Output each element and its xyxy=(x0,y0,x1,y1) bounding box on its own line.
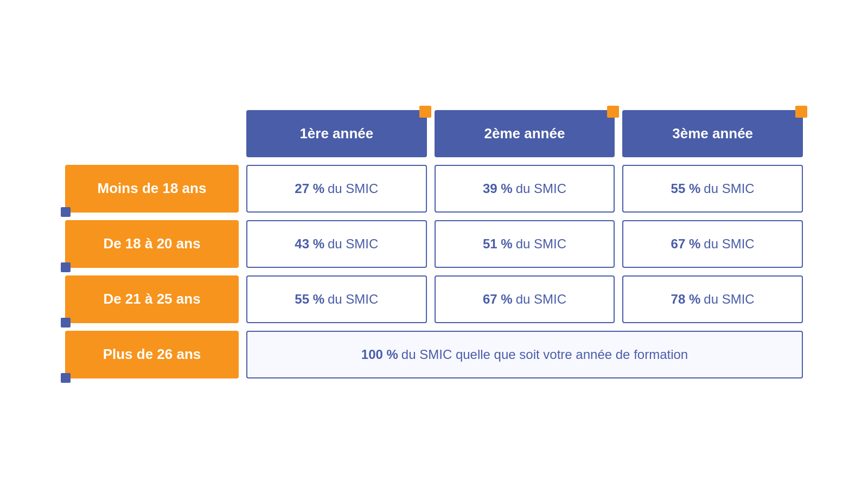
age-label-row3: De 21 à 25 ans xyxy=(65,275,239,323)
main-grid: 1ère année 2ème année 3ème année Moins d… xyxy=(65,110,803,378)
data-row2-col3: 67 % du SMIC xyxy=(622,220,803,268)
data-row2-col1: 43 % du SMIC xyxy=(246,220,427,268)
age-label-row4: Plus de 26 ans xyxy=(65,331,239,378)
data-row3-col3: 78 % du SMIC xyxy=(622,275,803,323)
data-row1-col1: 27 % du SMIC xyxy=(246,165,427,213)
data-row1-col2: 39 % du SMIC xyxy=(435,165,615,213)
header-col3: 3ème année xyxy=(622,110,803,157)
header-empty-cell xyxy=(65,110,239,157)
data-row3-col1: 55 % du SMIC xyxy=(246,275,427,323)
table-wrapper: 1ère année 2ème année 3ème année Moins d… xyxy=(54,88,814,400)
data-row1-col3: 55 % du SMIC xyxy=(622,165,803,213)
data-row3-col2: 67 % du SMIC xyxy=(435,275,615,323)
header-col2: 2ème année xyxy=(435,110,615,157)
header-col1: 1ère année xyxy=(246,110,427,157)
age-label-row2: De 18 à 20 ans xyxy=(65,220,239,268)
data-row4-wide: 100 % du SMIC quelle que soit votre anné… xyxy=(246,331,803,378)
data-row2-col2: 51 % du SMIC xyxy=(435,220,615,268)
age-label-row1: Moins de 18 ans xyxy=(65,165,239,213)
